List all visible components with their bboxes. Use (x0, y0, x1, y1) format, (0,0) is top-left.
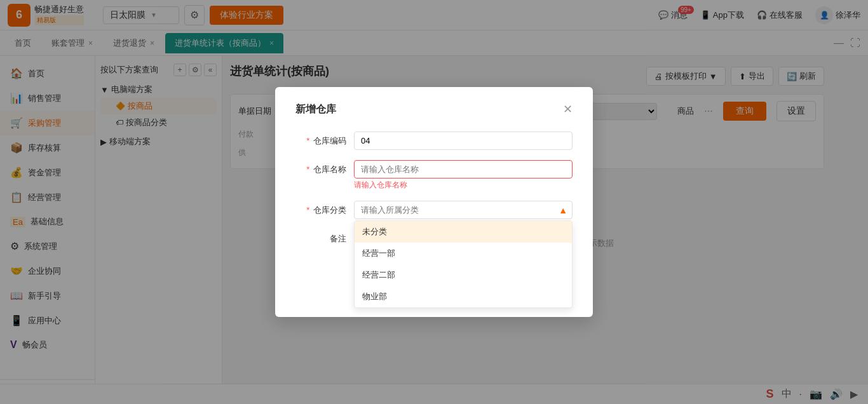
category-input[interactable] (354, 201, 573, 219)
name-field: 请输入仓库名称 (354, 160, 573, 191)
category-label: * 仓库分类 (295, 201, 346, 216)
required-star-code: * (306, 136, 309, 145)
modal-header: 新增仓库 ✕ (295, 102, 573, 116)
dropdown-item-dept2[interactable]: 经营二部 (355, 264, 572, 286)
form-row-category: * 仓库分类 ▲ 未分类 经营一部 经营二部 物业部 (295, 201, 573, 219)
category-dropdown-list: 未分类 经营一部 经营二部 物业部 (354, 220, 573, 308)
code-field (354, 131, 573, 150)
required-star-category: * (306, 205, 309, 215)
form-row-code: * 仓库编码 (295, 131, 573, 150)
dropdown-item-dept1[interactable]: 经营一部 (355, 243, 572, 264)
dropdown-item-property[interactable]: 物业部 (355, 286, 572, 307)
form-row-name: * 仓库名称 请输入仓库名称 (295, 160, 573, 191)
modal-overlay[interactable]: 新增仓库 ✕ * 仓库编码 * 仓库名称 请输入仓库名称 (0, 0, 868, 404)
new-warehouse-modal: 新增仓库 ✕ * 仓库编码 * 仓库名称 请输入仓库名称 (275, 87, 593, 317)
category-dropdown-arrow-icon[interactable]: ▲ (559, 205, 567, 215)
name-input[interactable] (354, 160, 573, 178)
category-field: ▲ 未分类 经营一部 经营二部 物业部 (354, 201, 573, 219)
modal-title: 新增仓库 (295, 103, 336, 116)
code-input[interactable] (354, 131, 573, 150)
note-label: 备注 (295, 229, 346, 245)
required-star-name: * (306, 165, 309, 174)
modal-close-icon[interactable]: ✕ (563, 102, 573, 116)
name-label: * 仓库名称 (295, 160, 346, 175)
name-error-message: 请输入仓库名称 (354, 180, 573, 191)
dropdown-item-unclassified[interactable]: 未分类 (355, 221, 572, 243)
code-label: * 仓库编码 (295, 131, 346, 147)
